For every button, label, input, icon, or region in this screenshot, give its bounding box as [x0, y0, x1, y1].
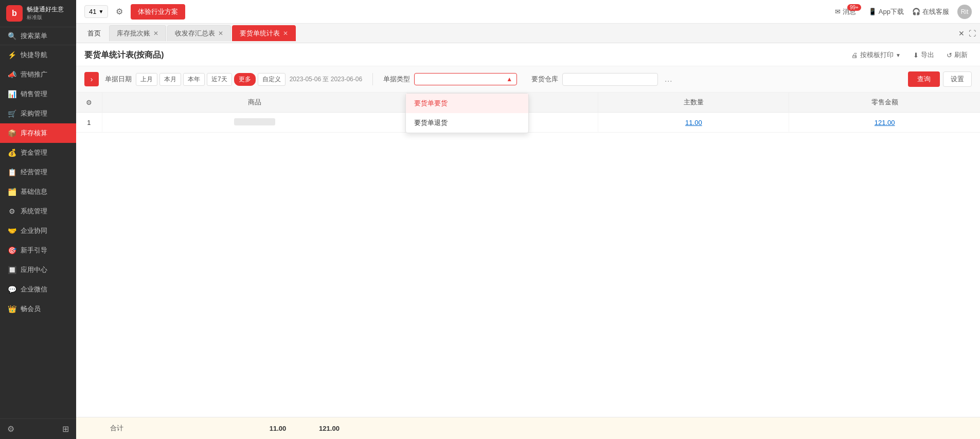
tab-order-stats[interactable]: 要货单统计表 ✕ [232, 25, 296, 41]
search-icon: 🔍 [7, 31, 16, 41]
close-icon[interactable]: ✕ [283, 30, 288, 37]
messages-button[interactable]: ✉ 消息 99+ [835, 7, 856, 16]
flash-icon: ⚡ [7, 50, 16, 60]
chevron-down-icon: ▼ [98, 9, 103, 14]
warehouse-input[interactable] [562, 73, 658, 86]
trial-button[interactable]: 体验行业方案 [131, 4, 185, 20]
chevron-right-icon: › [91, 75, 93, 83]
tab-home[interactable]: 首页 [80, 26, 108, 41]
settings-button[interactable]: ⚙ [112, 5, 127, 19]
sidebar-item-label: 畅会员 [21, 304, 41, 314]
date-buttons: 上月 本月 本年 近7天 更多 自定义 [136, 73, 286, 86]
handshake-icon: 🤝 [7, 226, 16, 235]
sidebar-item-label: 基础信息 [21, 187, 47, 196]
chevron-up-icon: ▲ [506, 76, 512, 83]
tab-label: 要货单统计表 [240, 29, 280, 38]
sidebar-item-wechat[interactable]: 💬 企业微信 [0, 280, 76, 299]
print-button[interactable]: 🖨 按模板打印 ▼ [847, 48, 905, 62]
avatar[interactable]: Rit [957, 5, 972, 19]
tab-collect-summary[interactable]: 收发存汇总表 ✕ [167, 25, 231, 41]
close-icon[interactable]: ✕ [218, 30, 223, 37]
more-filters-icon[interactable]: … [664, 75, 672, 84]
sidebar-item-sales[interactable]: 📊 销售管理 [0, 84, 76, 104]
separator [372, 73, 373, 85]
more-dates-btn[interactable]: 更多 [234, 73, 256, 86]
query-button[interactable]: 查询 [908, 71, 940, 87]
tab-inventory-batch[interactable]: 库存批次账 ✕ [109, 25, 166, 41]
filter-group: 单据日期 上月 本月 本年 近7天 更多 自定义 2023-05-06 至 20… [105, 73, 902, 86]
box-icon: 📦 [7, 129, 16, 138]
refresh-button[interactable]: ↺ 刷新 [942, 48, 972, 62]
filter-expand-button[interactable]: › [84, 72, 99, 86]
sidebar-item-enterprise[interactable]: 🤝 企业协同 [0, 221, 76, 241]
type-select[interactable]: ▲ [414, 73, 517, 85]
export-icon: ⬇ [913, 51, 919, 59]
page-title: 要货单统计表(按商品) [84, 50, 164, 61]
app-download-label: App下载 [879, 7, 904, 16]
sidebar-item-system[interactable]: ⚙ 系统管理 [0, 202, 76, 221]
refresh-icon: ↺ [947, 51, 952, 59]
store-name: 41 [89, 8, 96, 15]
folder-icon: 🗂️ [7, 187, 16, 196]
footer-qty: 11.00 [252, 425, 304, 432]
online-service-label: 在线客服 [922, 7, 949, 16]
row-amount: 121.00 [789, 113, 980, 133]
sidebar-item-marketing[interactable]: 📣 营销推广 [0, 65, 76, 84]
col-settings[interactable]: ⚙ [76, 93, 102, 113]
sidebar-item-label: 系统管理 [21, 207, 47, 216]
dropdown-item-0[interactable]: 要货单要货 [406, 94, 528, 113]
app-download-button[interactable]: 📱 App下载 [868, 7, 904, 16]
sidebar-item-label: 企业协同 [21, 226, 47, 235]
col-product: 商品 [102, 93, 407, 113]
sidebar-item-apps[interactable]: 🔲 应用中心 [0, 260, 76, 280]
warehouse-filter-label: 要货仓库 [531, 75, 558, 84]
sidebar-item-label: 营销推广 [21, 70, 47, 79]
last-7-days-btn[interactable]: 近7天 [207, 73, 232, 86]
close-all-icon[interactable]: ✕ [958, 29, 965, 38]
headset-icon: 🎧 [912, 8, 920, 15]
sidebar-item-label: 库存核算 [21, 129, 47, 138]
sidebar-item-operations[interactable]: 📋 经营管理 [0, 162, 76, 182]
sidebar-item-label: 销售管理 [21, 89, 47, 99]
sidebar-item-base[interactable]: 🗂️ 基础信息 [0, 182, 76, 202]
custom-date-btn[interactable]: 自定义 [258, 73, 286, 86]
online-service-button[interactable]: 🎧 在线客服 [912, 7, 949, 16]
sidebar-item-inventory[interactable]: 📦 库存核算 [0, 123, 76, 143]
sidebar-bottom: ⚙ ⊞ [0, 418, 76, 439]
last-month-btn[interactable]: 上月 [136, 73, 157, 86]
megaphone-icon: 📣 [7, 70, 16, 79]
this-month-btn[interactable]: 本月 [159, 73, 181, 86]
sidebar-item-label: 采购管理 [21, 109, 47, 118]
row-qty: 11.00 [598, 113, 789, 133]
settings-button[interactable]: 设置 [943, 71, 972, 87]
export-button[interactable]: ⬇ 导出 [909, 48, 938, 62]
sidebar-item-guide[interactable]: 🎯 新手引导 [0, 241, 76, 260]
type-dropdown: 要货单要货 要货单退货 [405, 93, 529, 133]
store-selector[interactable]: 41 ▼ [84, 5, 108, 18]
sidebar-item-search[interactable]: 🔍 搜索菜单 [0, 27, 76, 45]
sidebar-item-nav[interactable]: ⚡ 快捷导航 [0, 45, 76, 65]
tabs-bar: 首页 库存批次账 ✕ 收发存汇总表 ✕ 要货单统计表 ✕ ✕ ⛶ [76, 24, 980, 43]
settings-icon[interactable]: ⚙ [7, 424, 14, 434]
col-qty: 主数量 [598, 93, 789, 113]
sidebar-item-member[interactable]: 👑 畅会员 [0, 299, 76, 319]
money-icon: 💰 [7, 148, 16, 157]
grid-icon: 🔲 [7, 265, 16, 275]
topbar-right: ✉ 消息 99+ 📱 App下载 🎧 在线客服 Rit [835, 5, 972, 19]
date-range-text: 2023-05-06 至 2023-06-06 [290, 75, 362, 84]
tabs-right: ✕ ⛶ [958, 29, 976, 38]
clipboard-icon: 📋 [7, 168, 16, 177]
tab-home-label: 首页 [87, 29, 101, 38]
collapse-icon[interactable]: ⊞ [62, 424, 69, 434]
footer-amount: 121.00 [304, 425, 355, 432]
cart-icon: 🛒 [7, 109, 16, 118]
sidebar-item-finance[interactable]: 💰 资金管理 [0, 143, 76, 162]
topbar-left: 41 ▼ ⚙ 体验行业方案 [84, 4, 829, 20]
close-icon[interactable]: ✕ [153, 30, 158, 37]
fullscreen-icon[interactable]: ⛶ [969, 29, 976, 38]
sidebar-item-label: 快捷导航 [21, 50, 47, 60]
type-filter-label: 单据类型 [383, 75, 410, 84]
sidebar-item-purchase[interactable]: 🛒 采购管理 [0, 104, 76, 123]
dropdown-item-1[interactable]: 要货单退货 [406, 113, 528, 133]
this-year-btn[interactable]: 本年 [183, 73, 205, 86]
